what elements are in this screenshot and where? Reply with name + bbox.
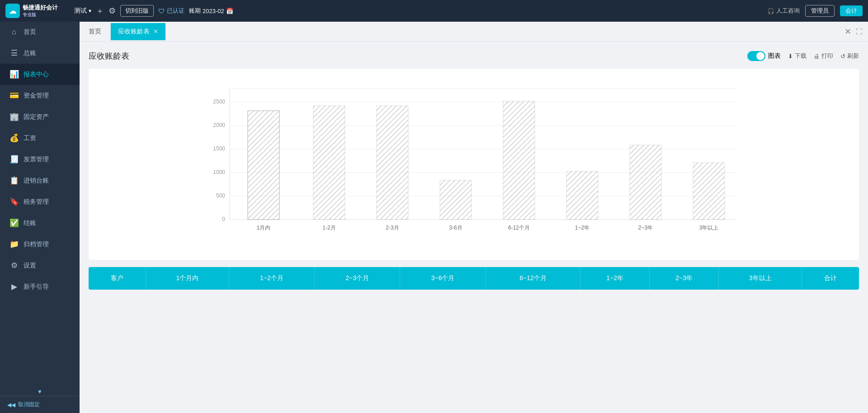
data-table-wrap: 客户 1个月内 1~2个月 2~3个月 3~6个月 6~12个月 1~2年 2~… [89,267,859,290]
sidebar-item-invoice[interactable]: 🧾 发票管理 [0,149,80,170]
home-icon: ⌂ [9,28,19,37]
cancel-fixed-label: 取消固定 [18,401,40,408]
svg-text:1-2月: 1-2月 [322,225,335,231]
print-label: 打印 [821,52,833,60]
svg-text:2500: 2500 [213,99,225,105]
svg-text:1500: 1500 [213,145,225,152]
sidebar-label-home: 首页 [24,28,36,36]
svg-text:0: 0 [222,216,225,222]
sidebar-scroll: ⌂ 首页 ☰ 总账 📊 报表中心 💳 资金管理 🏢 固定资产 💰 工资 [0,22,80,388]
headset-icon: 🎧 [767,8,774,14]
tab-bar-right: ✕ ⛶ [844,27,868,37]
topbar-center: 测试 ▾ ＋ ⚙ 切到旧版 🛡 已认证 账期 2023-02 📅 [74,5,762,17]
tab-close-icon[interactable]: ✕ [153,28,158,35]
app-edition: 专业版 [23,12,58,18]
tab-home-label: 首页 [89,28,101,35]
scroll-down-arrow[interactable]: ▼ [36,390,43,394]
download-button[interactable]: ⬇ 下载 [788,52,807,60]
guide-icon: ▶ [9,282,19,291]
user-button[interactable]: 管理员 [805,5,835,17]
sidebar-item-sales[interactable]: 📋 进销台账 [0,170,80,191]
bar-6 [566,171,598,220]
svg-text:2~3年: 2~3年 [638,225,653,231]
col-3year-plus: 3年以上 [719,267,802,290]
add-button[interactable]: ＋ [96,5,104,16]
close-window-icon[interactable]: ✕ [844,27,851,37]
col-1-2month: 1~2个月 [229,267,314,290]
main-layout: ⌂ 首页 ☰ 总账 📊 报表中心 💳 资金管理 🏢 固定资产 💰 工资 [0,22,868,413]
col-3-6month: 3~6个月 [400,267,486,290]
project-name: 测试 [74,7,87,15]
tab-aging-label: 应收账龄表 [118,28,150,36]
sidebar-item-tax[interactable]: 🔖 税务管理 [0,191,80,212]
sidebar-label-archive: 归档管理 [24,240,49,249]
sidebar-label-salary: 工资 [24,134,36,142]
archive-icon: 📁 [9,239,19,249]
refresh-button[interactable]: ↺ 刷新 [840,52,859,60]
col-customer: 客户 [89,267,146,290]
sidebar-label-reports: 报表中心 [24,70,49,79]
ledger-icon: ☰ [9,48,19,58]
sidebar-item-reports[interactable]: 📊 报表中心 [0,64,80,85]
col-1-2year: 1~2年 [580,267,650,290]
sidebar-label-guide: 新手引导 [24,283,49,291]
svg-text:3-6月: 3-6月 [449,225,462,231]
print-button[interactable]: 🖨 打印 [814,52,833,60]
sidebar-label-sales: 进销台账 [24,177,49,185]
tab-aging[interactable]: 应收账龄表 ✕ [111,23,165,40]
settings-icon[interactable]: ⚙ [108,6,116,16]
sidebar-item-home[interactable]: ⌂ 首页 [0,22,80,42]
project-selector[interactable]: 测试 ▾ [74,7,91,15]
page-header: 应收账龄表 图表 ⬇ 下载 🖨 打印 ↺ [89,51,859,61]
sidebar-item-closing[interactable]: ✅ 结账 [0,212,80,234]
service-button[interactable]: 🎧 人工咨询 [767,7,800,15]
sidebar-label-ledger: 总账 [24,49,36,57]
period-label: 账期 [189,7,201,15]
tab-home[interactable]: 首页 [80,23,111,40]
col-2-3year: 2~3年 [650,267,719,290]
pin-icon: ◀◀ [7,402,15,408]
switch-old-version-button[interactable]: 切到旧版 [120,5,154,17]
bar-7 [630,145,661,220]
svg-text:2-3月: 2-3月 [386,225,399,231]
service-label: 人工咨询 [776,7,800,15]
sidebar-label-closing: 结账 [24,219,36,227]
period-display: 账期 2023-02 📅 [189,7,233,15]
svg-text:1月内: 1月内 [257,225,271,231]
sidebar-item-funds[interactable]: 💳 资金管理 [0,85,80,106]
page-title: 应收账龄表 [89,51,129,61]
bar-3 [377,106,408,220]
funds-icon: 💳 [9,91,19,100]
svg-text:3年以上: 3年以上 [699,225,719,231]
bar-chart: 0 500 1000 1500 2000 2500 [98,80,850,253]
sidebar-item-ledger[interactable]: ☰ 总账 [0,42,80,64]
sidebar-item-settings[interactable]: ⚙ 设置 [0,255,80,276]
bar-2 [313,106,345,220]
settings-sidebar-icon: ⚙ [9,261,19,270]
closing-icon: ✅ [9,218,19,228]
calendar-icon[interactable]: 📅 [226,8,233,14]
expand-icon[interactable]: ⛶ [856,28,863,35]
role-button[interactable]: 会计 [840,5,863,16]
aging-table: 客户 1个月内 1~2个月 2~3个月 3~6个月 6~12个月 1~2年 2~… [89,267,859,290]
chart-toggle-label: 图表 [768,52,781,60]
chart-toggle[interactable] [747,51,765,61]
bar-8 [693,163,725,220]
sidebar-label-tax: 税务管理 [24,198,49,206]
invoice-icon: 🧾 [9,155,19,164]
sidebar-label-funds: 资金管理 [24,92,49,100]
sales-icon: 📋 [9,176,19,185]
sidebar-item-archive[interactable]: 📁 归档管理 [0,234,80,255]
col-2-3month: 2~3个月 [315,267,400,290]
sidebar-label-settings: 设置 [24,262,36,270]
cancel-fixed-button[interactable]: ◀◀ 取消固定 [0,396,80,413]
sidebar-item-salary[interactable]: 💰 工资 [0,127,80,149]
sidebar-item-guide[interactable]: ▶ 新手引导 [0,276,80,297]
sidebar-label-assets: 固定资产 [24,113,49,121]
assets-icon: 🏢 [9,112,19,122]
tax-icon: 🔖 [9,197,19,206]
tab-bar: 首页 应收账龄表 ✕ ✕ ⛶ [80,22,868,42]
sidebar-label-invoice: 发票管理 [24,155,49,164]
download-icon: ⬇ [788,53,793,60]
sidebar-item-assets[interactable]: 🏢 固定资产 [0,106,80,127]
